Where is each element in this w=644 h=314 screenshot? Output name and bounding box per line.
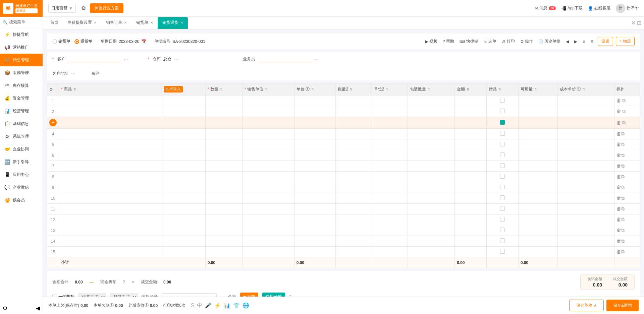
toolbar-print-btn[interactable]: 🖨 打印 (500, 38, 516, 45)
delete-row-icon[interactable]: 🗑 (616, 185, 621, 190)
add-row-btn[interactable]: + (49, 119, 57, 126)
sidebar-item-app[interactable]: 📱 应用中心 (0, 168, 43, 181)
account-dots[interactable]: ··· (221, 295, 224, 297)
amount-cell[interactable] (455, 106, 487, 117)
product-cell[interactable] (59, 117, 162, 129)
close-tab-icon[interactable]: ✕ (631, 20, 636, 26)
copy-row-icon[interactable]: ⧉ (622, 109, 626, 114)
cost-price-cell[interactable] (558, 96, 614, 106)
copy-row-icon[interactable]: ⧉ (621, 142, 625, 147)
copy-row-icon[interactable]: ⧉ (621, 249, 625, 254)
gear-icon[interactable]: ⚙ (49, 87, 53, 92)
topbar-gear-icon[interactable]: ⚙ (81, 5, 86, 11)
address-dots[interactable]: ··· (71, 70, 75, 76)
sale-unit-cell[interactable] (242, 96, 294, 106)
calc-method-select[interactable]: 结算方式 (110, 293, 138, 297)
sidebar-item-inventory[interactable]: 🗃 库存核算 (0, 79, 43, 92)
available-cell[interactable] (518, 117, 557, 129)
sidebar-item-marketing[interactable]: 📢 营销推广 (0, 41, 43, 54)
tab-sales-slip[interactable]: 销货单 ✕ (131, 17, 158, 29)
tab-close-icon[interactable]: ✕ (180, 21, 183, 24)
one-click-pay-checkbox[interactable]: 一键收款 (52, 294, 74, 297)
available-cell[interactable] (518, 96, 557, 106)
online-service-btn[interactable]: 👤 在线客服 (588, 5, 610, 11)
delete-row-icon[interactable]: 🗑 (616, 163, 621, 169)
sidebar-item-operation[interactable]: 📊 经营管理 (0, 105, 43, 117)
tab-price-setting[interactable]: 售价提取设置 ✕ (63, 17, 101, 29)
delete-row-icon[interactable]: 🗑 (616, 217, 621, 222)
delete-row-icon[interactable]: 🗑 (616, 142, 621, 147)
account-input[interactable] (162, 293, 217, 297)
gift-checkbox[interactable] (500, 152, 505, 157)
sort-arrows-icon[interactable]: ⇅ (467, 87, 469, 91)
copy-row-icon[interactable]: ⧉ (622, 120, 626, 125)
copy-row-icon[interactable]: ⧉ (621, 174, 625, 179)
sort-arrows-icon[interactable]: ⇅ (73, 87, 76, 91)
copy-row-icon[interactable]: ⧉ (622, 98, 626, 103)
gift-cell[interactable] (486, 106, 518, 117)
scan-input-btn[interactable]: 扫码录入 (164, 86, 183, 92)
user-avatar-btn[interactable]: 徐 徐泽华 (616, 4, 639, 13)
toolbar-help-btn[interactable]: ? 帮助 (441, 38, 455, 45)
sort-arrows-icon[interactable]: ⇅ (428, 87, 431, 91)
delete-row-icon[interactable]: 🗑 (616, 152, 621, 158)
toolbar-gridview-btn[interactable]: ⊞ (589, 39, 595, 45)
toolbar-prev-btn[interactable]: ◀ (565, 39, 570, 45)
copy-row-icon[interactable]: ⧉ (621, 238, 625, 244)
unit-price-cell[interactable] (294, 117, 336, 129)
delete-row-icon[interactable]: 🗑 (616, 249, 621, 254)
tab-close-icon[interactable]: ✕ (150, 21, 153, 24)
qty2-cell[interactable] (336, 96, 372, 106)
radio-sale[interactable]: 销货单 (52, 39, 70, 44)
tool-icon-1[interactable]: S (191, 303, 195, 309)
qty-cell[interactable] (205, 96, 242, 106)
product-cell[interactable] (59, 96, 162, 106)
sidebar-item-shortcut[interactable]: ⚡ 快捷导航 (0, 28, 43, 41)
sale-unit-cell[interactable] (242, 117, 294, 129)
delete-row-icon[interactable]: 🗑 (616, 206, 621, 211)
tab-home[interactable]: 首页 (46, 17, 63, 29)
unit-price-cell[interactable] (294, 106, 336, 117)
qty-cell[interactable] (205, 106, 242, 117)
unit2-cell[interactable] (372, 117, 408, 129)
tool-icon-2[interactable]: 中 (197, 302, 202, 309)
sidebar-item-finance[interactable]: 💰 资金管理 (0, 92, 43, 105)
sidebar-item-sales[interactable]: 🛒 销售管理 (0, 54, 43, 66)
tool-icon-6[interactable]: 👕 (233, 302, 240, 309)
sort-arrows-icon[interactable]: ⇅ (498, 87, 501, 91)
pack-qty-cell[interactable] (408, 96, 455, 106)
fee-split-btn[interactable]: 费用分摊 (262, 293, 285, 297)
delete-row-icon[interactable]: 🗑 (616, 120, 621, 125)
fee-help-icon[interactable]: ? (289, 295, 291, 297)
copy-row-icon[interactable]: ⧉ (621, 185, 625, 190)
tool-icon-5[interactable]: 📊 (224, 302, 230, 309)
qty-cell[interactable] (205, 117, 242, 129)
settings-icon[interactable]: ⚙ (3, 305, 7, 311)
gift-checkbox[interactable] (500, 217, 505, 222)
tool-icon-7[interactable]: 🌐 (243, 302, 249, 309)
sidebar-item-purchase[interactable]: 📦 采购管理 (0, 66, 43, 79)
sort-arrows-icon[interactable]: ⇅ (311, 87, 314, 91)
app-download-btn[interactable]: 📲 App下载 (561, 5, 583, 11)
gift-checkbox[interactable] (500, 142, 505, 146)
toolbar-history-btn[interactable]: 📄 历史单据 (537, 38, 562, 45)
logistics-btn[interactable]: + 物流 (616, 37, 635, 46)
unit2-cell[interactable] (372, 96, 408, 106)
gift-checkbox[interactable] (500, 98, 505, 103)
product-input[interactable] (61, 120, 160, 125)
category-select[interactable]: 日用百货 ▼ (48, 4, 76, 13)
sort-arrows-icon[interactable]: ⇅ (386, 87, 389, 91)
tab-close-icon[interactable]: ✕ (94, 21, 97, 24)
copy-row-icon[interactable]: ⧉ (621, 131, 625, 136)
gift-checkbox[interactable] (500, 249, 505, 254)
copy-row-icon[interactable]: ⧉ (621, 195, 625, 201)
add-payment-btn[interactable]: + 添加 (240, 293, 258, 297)
unit2-cell[interactable] (372, 106, 408, 117)
toolbar-select-btn[interactable]: ☑ 选单 (482, 38, 498, 45)
toolbar-shortcut-btn[interactable]: ⌨ 快捷键 (458, 38, 480, 45)
gift-checkbox[interactable] (500, 163, 505, 168)
salesperson-dots[interactable]: ··· (314, 56, 318, 62)
toolbar-listview-btn[interactable]: ≡ (581, 39, 586, 45)
available-cell[interactable] (518, 106, 557, 117)
copy-row-icon[interactable]: ⧉ (621, 152, 625, 158)
